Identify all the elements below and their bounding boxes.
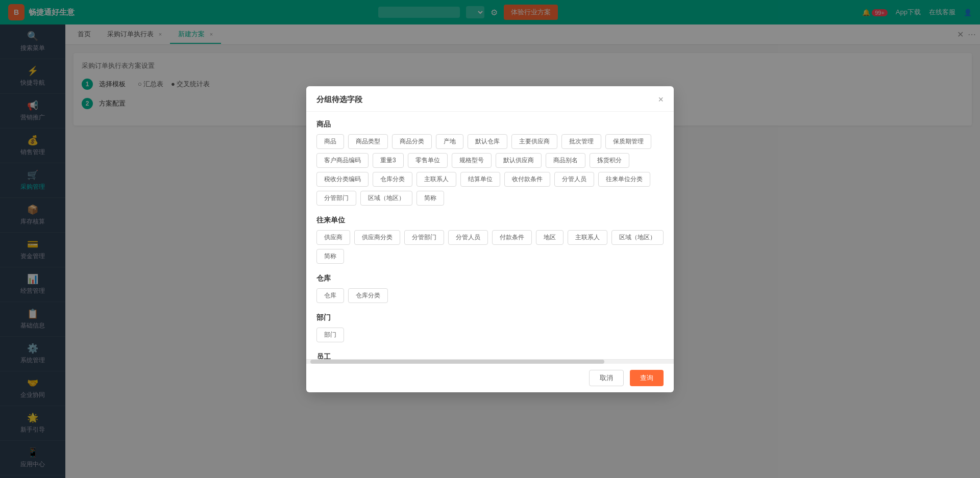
modal-horizontal-scrollbar[interactable] <box>306 359 674 363</box>
field-tag-0-18[interactable]: 结算单位 <box>460 172 500 187</box>
fields-grid-1: 供应商供应商分类分管部门分管人员付款条件地区主联系人区域（地区）简称 <box>316 230 664 264</box>
fields-grid-0: 商品商品类型商品分类产地默认仓库主要供应商批次管理保质期管理客户商品编码重量3零… <box>316 134 664 206</box>
field-tag-0-11[interactable]: 规格型号 <box>452 153 492 168</box>
field-tag-1-1[interactable]: 供应商分类 <box>354 230 400 245</box>
field-tag-0-16[interactable]: 仓库分类 <box>373 172 412 187</box>
field-section-4: 员工业务员 <box>316 353 664 359</box>
field-tag-0-0[interactable]: 商品 <box>316 134 344 149</box>
field-tag-0-14[interactable]: 拣货积分 <box>590 153 629 168</box>
field-tag-1-8[interactable]: 简称 <box>316 249 344 264</box>
field-section-1: 往来单位供应商供应商分类分管部门分管人员付款条件地区主联系人区域（地区）简称 <box>316 216 664 264</box>
field-section-3: 部门部门 <box>316 313 664 342</box>
field-tag-1-4[interactable]: 付款条件 <box>492 230 532 245</box>
field-tag-0-20[interactable]: 分管人员 <box>554 172 594 187</box>
field-section-2: 仓库仓库仓库分类 <box>316 274 664 303</box>
modal-title: 分组待选字段 <box>316 95 362 105</box>
field-tag-0-10[interactable]: 零售单位 <box>408 153 448 168</box>
field-tag-0-13[interactable]: 商品别名 <box>546 153 585 168</box>
modal-header: 分组待选字段 × <box>306 86 674 112</box>
field-tag-2-0[interactable]: 仓库 <box>316 288 344 303</box>
field-tag-0-1[interactable]: 商品类型 <box>348 134 388 149</box>
field-tag-0-19[interactable]: 收付款条件 <box>504 172 550 187</box>
section-title-4: 员工 <box>316 353 664 359</box>
hscroll-thumb <box>310 360 604 364</box>
field-tag-0-2[interactable]: 商品分类 <box>392 134 432 149</box>
modal-body[interactable]: 商品商品商品类型商品分类产地默认仓库主要供应商批次管理保质期管理客户商品编码重量… <box>306 112 674 359</box>
modal-overlay[interactable]: 分组待选字段 × 商品商品商品类型商品分类产地默认仓库主要供应商批次管理保质期管… <box>0 0 980 478</box>
field-tag-1-5[interactable]: 地区 <box>536 230 564 245</box>
section-title-3: 部门 <box>316 313 664 322</box>
field-tag-1-2[interactable]: 分管部门 <box>404 230 444 245</box>
field-tag-3-0[interactable]: 部门 <box>316 328 344 342</box>
field-tag-0-5[interactable]: 主要供应商 <box>511 134 557 149</box>
field-tag-2-1[interactable]: 仓库分类 <box>348 288 388 303</box>
field-tag-1-6[interactable]: 主联系人 <box>568 230 607 245</box>
field-tag-0-6[interactable]: 批次管理 <box>561 134 601 149</box>
section-title-0: 商品 <box>316 120 664 129</box>
field-tag-0-24[interactable]: 简称 <box>416 191 444 206</box>
field-tag-0-8[interactable]: 客户商品编码 <box>316 153 369 168</box>
field-tag-0-7[interactable]: 保质期管理 <box>605 134 651 149</box>
fields-grid-2: 仓库仓库分类 <box>316 288 664 303</box>
field-tag-0-3[interactable]: 产地 <box>436 134 463 149</box>
fields-grid-3: 部门 <box>316 328 664 342</box>
field-tag-0-4[interactable]: 默认仓库 <box>468 134 507 149</box>
field-section-0: 商品商品商品类型商品分类产地默认仓库主要供应商批次管理保质期管理客户商品编码重量… <box>316 120 664 206</box>
field-tag-1-3[interactable]: 分管人员 <box>448 230 488 245</box>
field-tag-0-21[interactable]: 往来单位分类 <box>598 172 650 187</box>
section-title-2: 仓库 <box>316 274 664 283</box>
field-tag-1-0[interactable]: 供应商 <box>316 230 350 245</box>
field-tag-0-22[interactable]: 分管部门 <box>316 191 356 206</box>
cancel-button[interactable]: 取消 <box>589 370 624 386</box>
field-tag-0-23[interactable]: 区域（地区） <box>360 191 412 206</box>
field-tag-0-12[interactable]: 默认供应商 <box>496 153 542 168</box>
modal-close-button[interactable]: × <box>658 94 664 105</box>
field-tag-0-17[interactable]: 主联系人 <box>416 172 456 187</box>
modal-dialog: 分组待选字段 × 商品商品商品类型商品分类产地默认仓库主要供应商批次管理保质期管… <box>306 86 674 392</box>
field-tag-0-15[interactable]: 税收分类编码 <box>316 172 369 187</box>
field-tag-0-9[interactable]: 重量3 <box>373 153 404 168</box>
field-tag-1-7[interactable]: 区域（地区） <box>611 230 664 245</box>
confirm-button[interactable]: 查询 <box>630 370 664 386</box>
section-title-1: 往来单位 <box>316 216 664 225</box>
modal-footer: 取消 查询 <box>306 363 674 392</box>
